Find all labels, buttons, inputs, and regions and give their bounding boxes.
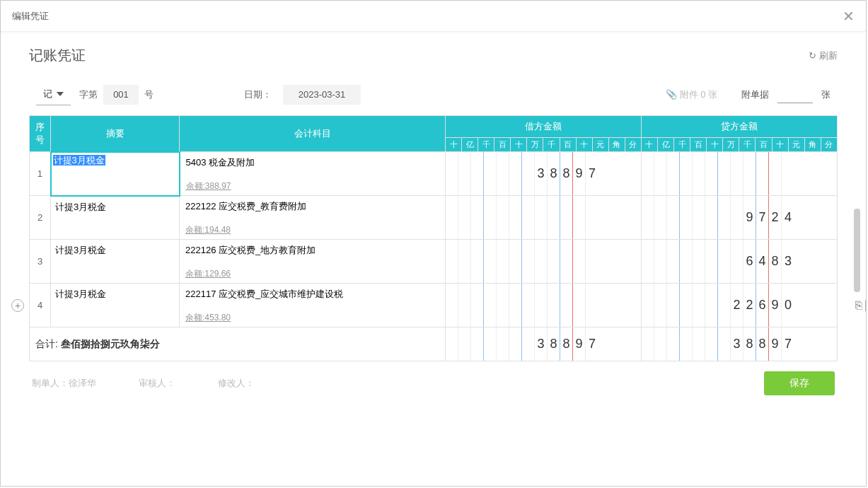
th-unit: 十 [576, 138, 592, 152]
th-debit: 借方金额 [446, 116, 642, 138]
summary-cell[interactable]: 计提3月税金 [51, 152, 180, 196]
voucher-row: 1计提3月税金5403 税金及附加余额:388.9738897 [30, 152, 838, 196]
subject-cell[interactable]: 222122 应交税费_教育费附加余额:194.48 [180, 196, 446, 240]
voucher-title: 记账凭证 [29, 46, 86, 65]
balance-link[interactable]: 余额:453.80 [185, 312, 231, 324]
danju-count-input[interactable] [777, 86, 813, 103]
summary-cell[interactable]: 计提3月税金 [51, 284, 180, 327]
th-unit: 十 [707, 138, 723, 152]
debit-amount[interactable] [446, 240, 642, 284]
voucher-top-bar: 记 字第 号 日期： 📎 附件 0 张 附单据 张 [29, 83, 838, 115]
th-unit: 百 [494, 138, 511, 152]
th-unit: 元 [592, 138, 608, 152]
row-seq: 4+ [30, 284, 51, 327]
th-unit: 千 [478, 138, 494, 152]
th-unit: 角 [608, 138, 625, 152]
th-unit: 千 [739, 138, 756, 152]
row-actions: ⎘✕ [855, 299, 866, 312]
dialog-body: 记账凭证 ↻ 刷新 记 字第 号 日期： 📎 附件 0 张 附单据 张 [1, 32, 866, 486]
refresh-label: 刷新 [819, 50, 838, 62]
total-credit: 38897 [641, 327, 837, 361]
credit-amount[interactable]: 22690⎘✕ [641, 284, 837, 327]
copy-row-icon[interactable]: ⎘ [855, 299, 862, 312]
refresh-icon: ↻ [809, 50, 816, 61]
credit-amount[interactable]: 9724 [641, 196, 837, 240]
th-credit: 贷方金额 [641, 116, 837, 138]
refresh-button[interactable]: ↻ 刷新 [809, 50, 838, 62]
body-header: 记账凭证 ↻ 刷新 [29, 46, 838, 65]
subject-cell[interactable]: 222126 应交税费_地方教育附加余额:129.66 [180, 240, 446, 284]
summary-cell[interactable]: 计提3月税金 [51, 240, 180, 284]
row-seq: 1 [30, 152, 51, 196]
th-unit: 万 [723, 138, 739, 152]
caret-down-icon [57, 92, 64, 96]
th-unit: 十 [446, 138, 462, 152]
th-unit: 分 [821, 138, 837, 152]
th-unit: 分 [625, 138, 641, 152]
subject-cell[interactable]: 5403 税金及附加余额:388.97 [180, 152, 446, 196]
voucher-table: 序号 摘要 会计科目 借方金额 贷方金额 十亿千百十万千百十元角分十亿千百十万千… [29, 115, 838, 361]
scrollbar[interactable] [854, 209, 860, 292]
row-seq: 2 [30, 196, 51, 240]
debit-amount[interactable] [446, 196, 642, 240]
close-icon[interactable]: ✕ [843, 8, 855, 25]
paperclip-icon: 📎 [666, 89, 677, 100]
balance-link[interactable]: 余额:388.97 [186, 180, 231, 192]
th-unit: 百 [560, 138, 576, 152]
zhang-label: 张 [821, 88, 831, 101]
zidi-label: 字第 [79, 88, 98, 101]
th-unit: 十 [511, 138, 527, 152]
dialog-title: 编辑凭证 [12, 10, 49, 23]
attachment-text: 附件 0 张 [680, 88, 717, 101]
th-unit: 千 [543, 138, 560, 152]
voucher-row: 2计提3月税金222122 应交税费_教育费附加余额:194.489724 [30, 196, 838, 240]
th-unit: 百 [690, 138, 707, 152]
date-label: 日期： [244, 88, 272, 101]
dialog-header: 编辑凭证 ✕ [1, 1, 866, 32]
th-subject: 会计科目 [180, 116, 446, 152]
th-summary: 摘要 [51, 116, 180, 152]
voucher-type-label: 记 [43, 88, 52, 100]
th-unit: 角 [804, 138, 821, 152]
total-words: 叁佰捌拾捌元玖角柒分 [61, 338, 160, 349]
th-unit: 千 [674, 138, 690, 152]
th-unit: 亿 [462, 138, 478, 152]
save-button[interactable]: 保存 [764, 371, 835, 395]
creator-label: 制单人：徐泽华 [32, 377, 96, 390]
attachment-link[interactable]: 📎 附件 0 张 [666, 88, 717, 101]
total-label: 合计: 叁佰捌拾捌元玖角柒分 [30, 327, 446, 361]
voucher-row: 4+计提3月税金222117 应交税费_应交城市维护建设税余额:453.8022… [30, 284, 838, 327]
voucher-number-input[interactable] [103, 85, 139, 105]
th-unit: 元 [788, 138, 804, 152]
debit-amount[interactable]: 38897 [446, 152, 642, 196]
credit-amount[interactable] [641, 152, 837, 196]
debit-amount[interactable] [446, 284, 642, 327]
auditor-label: 审核人： [139, 377, 175, 390]
th-seq: 序号 [30, 116, 51, 152]
add-row-button[interactable]: + [11, 299, 24, 312]
voucher-row: 3计提3月税金222126 应交税费_地方教育附加余额:129.666483 [30, 240, 838, 284]
subject-cell[interactable]: 222117 应交税费_应交城市维护建设税余额:453.80 [180, 284, 446, 327]
modifier-label: 修改人： [218, 377, 255, 390]
date-input[interactable] [283, 85, 361, 105]
danju-label: 附单据 [741, 88, 769, 101]
hao-label: 号 [144, 88, 154, 101]
th-unit: 亿 [658, 138, 674, 152]
edit-voucher-dialog: 编辑凭证 ✕ 记账凭证 ↻ 刷新 记 字第 号 日期： 📎 附件 0 张 [0, 0, 867, 487]
balance-link[interactable]: 余额:194.48 [185, 224, 231, 236]
voucher-footer: 制单人：徐泽华 审核人： 修改人： 保存 [29, 361, 838, 405]
th-unit: 万 [527, 138, 543, 152]
th-unit: 十 [641, 138, 657, 152]
credit-amount[interactable]: 6483 [641, 240, 837, 284]
row-seq: 3 [30, 240, 51, 284]
delete-row-icon[interactable]: ✕ [865, 299, 866, 312]
th-unit: 十 [772, 138, 788, 152]
th-unit: 百 [756, 138, 772, 152]
summary-cell[interactable]: 计提3月税金 [51, 196, 180, 240]
voucher-type-dropdown[interactable]: 记 [36, 83, 71, 105]
balance-link[interactable]: 余额:129.66 [185, 268, 231, 280]
total-debit: 38897 [446, 327, 642, 361]
